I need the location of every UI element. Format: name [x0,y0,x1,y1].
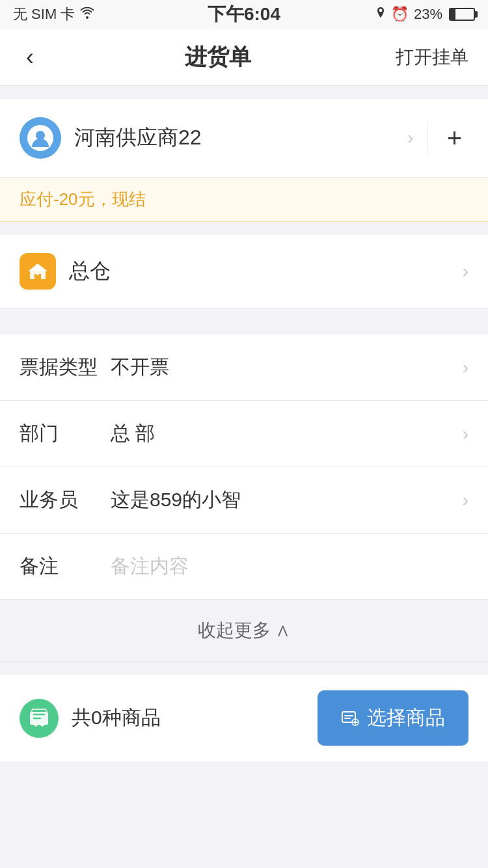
info-banner: 应付-20元，现结 [0,178,488,222]
invoice-type-chevron-icon: › [463,357,468,378]
svg-point-4 [36,273,39,275]
product-cart-icon [20,699,59,738]
body-rest [0,761,488,868]
info-banner-text: 应付-20元，现结 [20,189,146,209]
salesman-row[interactable]: 业务员 这是859的小智 › [0,467,488,534]
collapse-button[interactable]: 收起更多 ∧ [0,599,488,662]
section-gap-3 [0,308,488,321]
page-title: 进货单 [185,42,251,72]
warehouse-row[interactable]: 总仓 › [0,235,488,308]
salesman-value: 这是859的小智 [111,487,463,513]
invoice-type-label: 票据类型 [20,354,98,381]
vertical-divider [427,122,427,154]
warehouse-name: 总仓 [69,257,463,286]
back-button[interactable]: ‹ [20,37,40,77]
wifi-icon [80,6,94,23]
battery-icon [449,8,475,21]
department-value: 总 部 [111,420,463,447]
invoice-type-row[interactable]: 票据类型 不开票 › [0,334,488,401]
svg-point-0 [36,131,45,140]
invoice-type-value: 不开票 [111,354,463,381]
select-product-button[interactable]: 选择商品 [318,690,468,746]
supplier-chevron-icon: › [407,128,413,148]
svg-point-7 [41,723,44,726]
status-right: ⏰ 23% [375,6,475,23]
remarks-input[interactable]: 备注内容 [111,553,468,580]
supplier-row[interactable]: 河南供应商22 › + [0,99,488,178]
department-row[interactable]: 部门 总 部 › [0,401,488,467]
status-left: 无 SIM 卡 [13,5,94,24]
nav-bar: ‹ 进货单 打开挂单 [0,29,488,86]
supplier-card: 河南供应商22 › + 应付-20元，现结 [0,99,488,222]
svg-point-6 [34,723,38,726]
remarks-row[interactable]: 备注 备注内容 [0,534,488,599]
carrier-label: 无 SIM 卡 [13,5,75,24]
status-time: 下午6:04 [208,2,280,27]
section-gap-1 [0,86,488,99]
svg-marker-2 [28,264,47,271]
open-pending-button[interactable]: 打开挂单 [396,45,468,70]
salesman-chevron-icon: › [463,490,468,511]
salesman-label: 业务员 [20,487,98,513]
remarks-label: 备注 [20,553,98,580]
battery-percentage: 23% [414,6,442,23]
warehouse-card: 总仓 › [0,235,488,308]
supplier-name: 河南供应商22 [74,124,407,152]
department-chevron-icon: › [463,424,468,444]
bottom-section: 共0种商品 选择商品 [0,675,488,761]
alarm-icon: ⏰ [391,6,409,23]
select-product-label: 选择商品 [367,705,445,731]
add-supplier-button[interactable]: + [441,124,468,153]
form-section: 票据类型 不开票 › 部门 总 部 › 业务员 这是859的小智 › 备注 备注… [0,334,488,599]
product-count-label: 共0种商品 [72,705,305,731]
warehouse-chevron-icon: › [463,261,468,282]
location-icon [375,6,386,23]
status-bar: 无 SIM 卡 下午6:04 ⏰ 23% [0,0,488,29]
supplier-avatar [20,117,61,159]
department-label: 部门 [20,420,98,447]
warehouse-icon [20,253,56,290]
section-gap-2 [0,222,488,235]
